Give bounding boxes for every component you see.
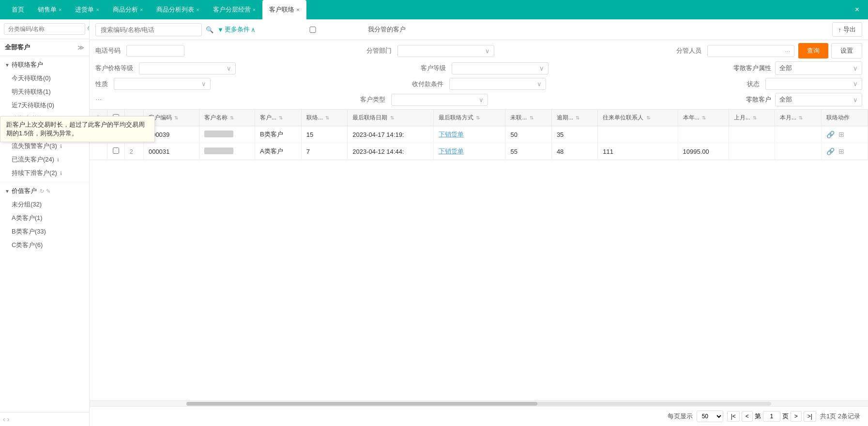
nav-purchase-label: 进货单 bbox=[75, 5, 94, 14]
col-last-month[interactable]: 上月... ⇅ bbox=[729, 110, 775, 126]
page-input[interactable] bbox=[763, 411, 780, 422]
row-action-0: 🔗 ⊞ bbox=[821, 126, 868, 143]
adv-row-4: ··· 客户类型 ∨ 零散客户 全部 ∨ bbox=[95, 93, 862, 106]
col-type[interactable]: 客户... ⇅ bbox=[255, 110, 301, 126]
row-last-month-0 bbox=[729, 126, 775, 143]
week-pending[interactable]: 近7天待联络(0) bbox=[0, 99, 89, 112]
action-grid-1[interactable]: ⊞ bbox=[838, 147, 844, 155]
main-layout: 🔍 全部客户 ≫ ▼ 待联络客户 今天待联络(0) 明天待联络(1) 近7天待联… bbox=[0, 19, 868, 426]
class-b[interactable]: B类客户(33) bbox=[0, 225, 89, 238]
phone-input[interactable] bbox=[126, 45, 184, 57]
cust-type-select[interactable]: ∨ bbox=[391, 94, 488, 106]
sidebar-search-input[interactable] bbox=[4, 23, 85, 35]
nav-analysis-close[interactable]: × bbox=[140, 7, 143, 13]
settings-btn[interactable]: 设置 bbox=[831, 43, 862, 59]
more-conditions-btn[interactable]: ▼ 更多条件 ∧ bbox=[217, 25, 256, 34]
hscroll-thumb[interactable] bbox=[186, 402, 537, 406]
nav-analysis[interactable]: 商品分析 × bbox=[106, 0, 150, 19]
sidebar-all-customers[interactable]: 全部客户 ≫ bbox=[0, 39, 89, 56]
type-sort: ⇅ bbox=[279, 115, 283, 120]
my-customers-checkbox[interactable] bbox=[259, 27, 366, 33]
action-link-1[interactable]: 🔗 bbox=[826, 147, 835, 155]
churn-warning-icon[interactable]: ℹ bbox=[60, 144, 62, 149]
class-a[interactable]: A类客户(1) bbox=[0, 211, 89, 225]
payment-select[interactable]: ∨ bbox=[449, 78, 546, 90]
row-checkbox-1[interactable] bbox=[107, 143, 124, 160]
col-uncontacted[interactable]: 未联... ⇅ bbox=[505, 110, 551, 126]
status-select[interactable]: ∨ bbox=[765, 78, 862, 90]
main-search-icon[interactable]: 🔍 bbox=[206, 26, 213, 33]
row-overdue-1: 48 bbox=[551, 143, 597, 160]
nature-label: 性质 bbox=[95, 80, 108, 88]
nav-purchase-close[interactable]: × bbox=[96, 7, 99, 13]
last-page-btn[interactable]: >| bbox=[804, 411, 816, 422]
zero-attr-arrow: ∨ bbox=[853, 65, 858, 72]
nav-analysis-list[interactable]: 商品分析列表 × bbox=[150, 0, 206, 19]
sidebar-prev-btn[interactable]: ‹ bbox=[3, 415, 5, 423]
manager-dots[interactable]: ··· bbox=[785, 47, 790, 55]
pending-contact-header[interactable]: ▼ 待联络客户 bbox=[0, 58, 89, 72]
nav-customer-contact-close[interactable]: × bbox=[296, 7, 299, 13]
action-grid-0[interactable]: ⊞ bbox=[838, 131, 844, 138]
col-last-date[interactable]: 最后联络日期 ⇅ bbox=[348, 110, 434, 126]
row-check-1[interactable] bbox=[113, 147, 119, 154]
col-this-year[interactable]: 本年... ⇅ bbox=[678, 110, 729, 126]
refresh-icon[interactable]: ↻ bbox=[40, 188, 44, 194]
more-dots-btn[interactable]: ··· bbox=[95, 95, 102, 104]
nav-sales[interactable]: 销售单 × bbox=[31, 0, 68, 19]
nature-select[interactable]: ∨ bbox=[114, 78, 211, 90]
zero-cust-select[interactable]: 全部 ∨ bbox=[775, 93, 862, 106]
col-last-method[interactable]: 最后联络方式 ⇅ bbox=[433, 110, 505, 126]
row-unit-contact-1: 111 bbox=[598, 143, 678, 160]
sidebar-next-btn[interactable]: › bbox=[7, 415, 10, 423]
action-link-0[interactable]: 🔗 bbox=[826, 131, 835, 138]
edit-icon[interactable]: ✎ bbox=[46, 188, 50, 194]
prev-page-btn[interactable]: < bbox=[742, 411, 753, 422]
value-customer-header[interactable]: ▼ 价值客户 ↻ ✎ bbox=[0, 184, 89, 198]
col-overdue[interactable]: 逾期... ⇅ bbox=[551, 110, 597, 126]
main-search-input[interactable] bbox=[95, 23, 202, 36]
row-last-method-1[interactable]: 下销货单 bbox=[433, 143, 505, 160]
col-name[interactable]: 客户名称 ⇅ bbox=[199, 110, 255, 126]
sidebar-collapse-icon[interactable]: ≫ bbox=[77, 44, 84, 51]
export-btn[interactable]: ↑ 导出 bbox=[832, 22, 863, 37]
hscroll-bar[interactable] bbox=[90, 400, 868, 406]
today-pending[interactable]: 今天待联络(0) bbox=[0, 72, 89, 85]
price-grade-select[interactable]: ∨ bbox=[139, 62, 236, 74]
declining[interactable]: 持续下滑客户(2) ℹ bbox=[0, 166, 89, 180]
row-uncontacted-0: 50 bbox=[505, 126, 551, 143]
query-btn[interactable]: 查询 bbox=[798, 43, 828, 59]
unclassified[interactable]: 未分组(32) bbox=[0, 198, 89, 211]
nav-customer-tier[interactable]: 客户分层经营 × bbox=[206, 0, 262, 19]
close-all-btn[interactable]: × bbox=[851, 5, 863, 14]
col-unit-contact[interactable]: 往来单位联系人 ⇅ bbox=[598, 110, 678, 126]
nav-sales-close[interactable]: × bbox=[59, 7, 61, 13]
unit-contact-sort: ⇅ bbox=[646, 115, 650, 120]
nav-customer-contact[interactable]: 客户联络 × bbox=[262, 0, 306, 19]
tomorrow-pending[interactable]: 明天待联络(1) bbox=[0, 85, 89, 99]
manager-select[interactable]: ··· bbox=[707, 45, 794, 57]
per-page-select[interactable]: 50 100 200 bbox=[697, 411, 723, 422]
cust-grade-select[interactable]: ∨ bbox=[452, 62, 548, 74]
nav-home-label: 首页 bbox=[12, 5, 24, 14]
zero-attr-select[interactable]: 全部 ∨ bbox=[775, 61, 862, 75]
churned[interactable]: 已流失客户(24) ℹ bbox=[0, 153, 89, 166]
col-this-month[interactable]: 本月... ⇅ bbox=[775, 110, 821, 126]
row-last-month-1 bbox=[729, 143, 775, 160]
nav-customer-contact-label: 客户联络 bbox=[269, 5, 294, 14]
churned-icon[interactable]: ℹ bbox=[57, 157, 59, 162]
col-contact[interactable]: 联络... ⇅ bbox=[301, 110, 347, 126]
row-last-method-0[interactable]: 下销货单 bbox=[433, 126, 505, 143]
dept-select[interactable]: ∨ bbox=[397, 45, 494, 57]
my-customers-label[interactable]: 我分管的客户 bbox=[259, 25, 406, 34]
class-c[interactable]: C类客户(6) bbox=[0, 238, 89, 252]
nav-analysis-list-close[interactable]: × bbox=[196, 7, 199, 13]
nav-customer-tier-close[interactable]: × bbox=[253, 7, 256, 13]
nav-home[interactable]: 首页 bbox=[5, 0, 31, 19]
declining-icon[interactable]: ℹ bbox=[60, 171, 62, 176]
nav-purchase[interactable]: 进货单 × bbox=[68, 0, 106, 19]
code-sort: ⇅ bbox=[174, 115, 178, 120]
first-page-btn[interactable]: |< bbox=[727, 411, 740, 422]
row-last-date-0: 2023-04-17 14:19: bbox=[348, 126, 434, 143]
next-page-btn[interactable]: > bbox=[791, 411, 802, 422]
